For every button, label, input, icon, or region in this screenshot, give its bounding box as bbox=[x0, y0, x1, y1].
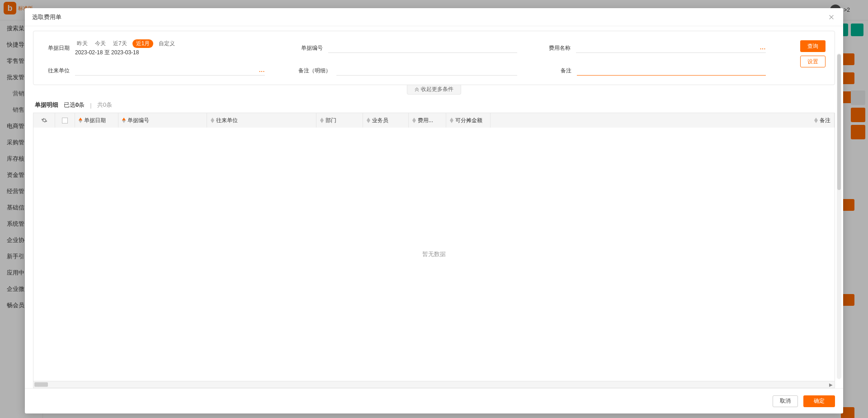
col-dept[interactable]: 部门 bbox=[316, 113, 363, 128]
vendor-input[interactable] bbox=[75, 66, 265, 76]
horizontal-scrollbar[interactable]: ◀ ▶ bbox=[33, 381, 835, 388]
filter-label-feename: 费用名称 bbox=[544, 44, 571, 52]
cancel-button[interactable]: 取消 bbox=[773, 395, 798, 407]
filter-label-date: 单据日期 bbox=[42, 44, 70, 52]
settings-button[interactable]: 设置 bbox=[800, 56, 826, 67]
filter-label-code: 单据编号 bbox=[296, 44, 323, 52]
modal-title: 选取费用单 bbox=[32, 13, 61, 21]
col-remark[interactable]: 备注 bbox=[491, 113, 835, 128]
detail-title: 单据明细 bbox=[35, 101, 58, 109]
gear-icon bbox=[41, 117, 47, 124]
close-button[interactable] bbox=[827, 13, 836, 22]
separator: | bbox=[90, 102, 91, 109]
scroll-right-icon[interactable]: ▶ bbox=[827, 381, 835, 388]
date-chip-custom[interactable]: 自定义 bbox=[157, 39, 177, 48]
empty-state: 暂无数据 bbox=[33, 128, 835, 381]
col-code[interactable]: 单据编号 bbox=[118, 113, 207, 128]
col-vendor[interactable]: 往来单位 bbox=[207, 113, 316, 128]
close-icon bbox=[828, 14, 835, 20]
collapse-label: 收起更多条件 bbox=[421, 86, 453, 93]
filter-label-remark: 备注 bbox=[544, 67, 571, 75]
result-table: 单据日期 单据编号 往来单位 部门 业务员 bbox=[33, 113, 835, 381]
date-chip-last7[interactable]: 近7天 bbox=[111, 39, 129, 48]
date-chip-today[interactable]: 今天 bbox=[93, 39, 108, 48]
ellipsis-icon[interactable]: ··· bbox=[259, 68, 265, 75]
ok-button[interactable]: 确定 bbox=[803, 395, 835, 407]
date-range-text: 2023-02-18 至 2023-03-18 bbox=[75, 49, 269, 57]
select-all-checkbox[interactable] bbox=[55, 113, 75, 128]
doc-code-input[interactable] bbox=[328, 43, 517, 53]
checkbox-icon bbox=[62, 118, 68, 124]
search-button[interactable]: 查询 bbox=[800, 40, 826, 52]
chevron-double-up-icon bbox=[415, 87, 419, 92]
vertical-scrollbar[interactable] bbox=[837, 53, 841, 379]
total-count: 共0条 bbox=[97, 101, 112, 109]
date-chip-last1m[interactable]: 近1月 bbox=[132, 39, 154, 48]
filter-panel: 单据日期 昨天 今天 近7天 近1月 自定义 2023-02-18 至 2023… bbox=[33, 31, 835, 85]
collapse-filters-button[interactable]: 收起更多条件 bbox=[407, 85, 461, 95]
selected-count: 已选0条 bbox=[64, 101, 85, 109]
remark-detail-input[interactable] bbox=[336, 66, 517, 76]
ellipsis-icon[interactable]: ··· bbox=[760, 46, 766, 52]
col-date[interactable]: 单据日期 bbox=[75, 113, 118, 128]
col-agent[interactable]: 业务员 bbox=[363, 113, 409, 128]
col-fee[interactable]: 费用... bbox=[409, 113, 446, 128]
col-alloc[interactable]: 可分摊金额 bbox=[446, 113, 491, 128]
column-settings-button[interactable] bbox=[33, 113, 55, 128]
filter-label-vendor: 往来单位 bbox=[42, 67, 70, 75]
select-expense-modal: 选取费用单 单据日期 昨天 今天 近7天 bbox=[25, 8, 843, 413]
fee-name-input[interactable] bbox=[576, 43, 766, 53]
remark-input[interactable] bbox=[577, 66, 766, 76]
table-header: 单据日期 单据编号 往来单位 部门 业务员 bbox=[33, 113, 835, 128]
filter-label-remark-detail: 备注（明细） bbox=[296, 67, 331, 75]
date-chip-yesterday[interactable]: 昨天 bbox=[75, 39, 90, 48]
